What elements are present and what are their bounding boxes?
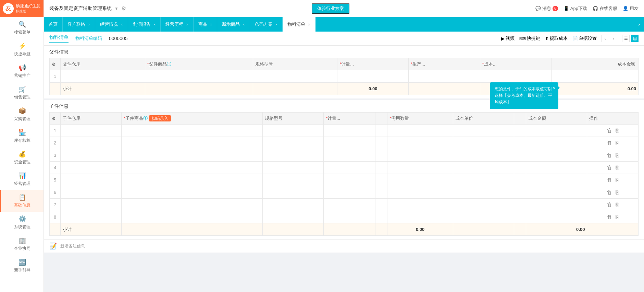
tab-business-status[interactable]: 经营情况 × (95, 17, 128, 32)
child-row-5-spec[interactable] (263, 174, 324, 186)
tab-goods[interactable]: 商品 × (194, 17, 217, 32)
notification-item[interactable]: 💬 消息 6 (535, 5, 558, 12)
child-row-7-unit-cost[interactable] (453, 199, 514, 211)
child-row-2-unit-cost[interactable] (453, 137, 514, 149)
delete-icon-5[interactable]: 🗑 (607, 177, 612, 183)
child-row-6-unit-cost[interactable] (453, 186, 514, 199)
prev-btn[interactable]: ‹ (602, 35, 609, 42)
sidebar-item-business[interactable]: 📊 经营管理 (0, 168, 44, 190)
child-row-4-spec[interactable] (263, 162, 324, 174)
child-row-1-warehouse[interactable] (61, 125, 122, 137)
bottom-icon[interactable]: 📝 (49, 242, 57, 250)
child-row-8-qty[interactable] (387, 211, 453, 223)
copy-icon-5[interactable]: ⎘ (616, 177, 619, 183)
child-row-1-qty[interactable] (387, 125, 453, 137)
parent-row-1-spec[interactable] (253, 70, 337, 83)
online-support-item[interactable]: 🎧 在线客服 (593, 5, 617, 12)
sidebar-item-purchase[interactable]: 📦 采购管理 (0, 104, 44, 125)
child-row-6-spec[interactable] (263, 186, 324, 199)
tab-bom-close[interactable]: × (308, 22, 310, 26)
tab-barcode[interactable]: 条码方案 × (250, 17, 283, 32)
child-row-2-qty[interactable] (387, 137, 453, 149)
video-btn[interactable]: ▶ 视频 (501, 35, 515, 42)
extract-cost-btn[interactable]: ⬆ 提取成本 (545, 35, 568, 42)
child-row-8-goods[interactable] (121, 211, 262, 223)
single-settings-btn[interactable]: 📄 单据设置 (572, 35, 597, 42)
sidebar-item-inventory[interactable]: 🏪 库存核算 (0, 125, 44, 147)
sidebar-item-corp[interactable]: 🏢 企业协同 (0, 233, 44, 255)
tab-profit[interactable]: 利润报告 × (128, 17, 161, 32)
copy-icon-6[interactable]: ⎘ (616, 189, 619, 195)
sidebar-item-system[interactable]: ⚙️ 系统管理 (0, 212, 44, 233)
shortcut-btn[interactable]: ⌨ 快捷键 (519, 35, 540, 42)
delete-icon-8[interactable]: 🗑 (607, 214, 612, 220)
child-row-1-unit[interactable] (324, 125, 375, 137)
child-row-6-warehouse[interactable] (61, 186, 122, 199)
child-row-8-unit-cost[interactable] (453, 211, 514, 223)
gear-icon[interactable]: ⚙ (52, 62, 56, 67)
app-download-item[interactable]: 📱 App下载 (564, 5, 587, 12)
parent-row-1-goods[interactable] (145, 70, 253, 83)
delete-icon-2[interactable]: 🗑 (607, 140, 612, 146)
grid-view-btn[interactable]: ▤ (631, 35, 639, 42)
child-row-7-qty[interactable] (387, 199, 453, 211)
delete-icon-3[interactable]: 🗑 (607, 152, 612, 158)
child-row-7-spec[interactable] (263, 199, 324, 211)
user-item[interactable]: 👤 用友 (623, 5, 639, 12)
list-view-btn[interactable]: ☰ (622, 35, 630, 42)
sidebar-item-guide[interactable]: 🆕 新手引导 (0, 255, 44, 277)
child-row-6-goods[interactable] (121, 186, 262, 199)
copy-icon-3[interactable]: ⎘ (616, 152, 619, 158)
child-row-8-unit[interactable] (324, 211, 375, 223)
child-row-4-unit[interactable] (324, 162, 375, 174)
next-btn[interactable]: › (610, 35, 617, 42)
child-row-3-goods[interactable] (121, 149, 262, 162)
child-row-3-spec[interactable] (263, 149, 324, 162)
copy-icon-1[interactable]: ⎘ (616, 128, 619, 133)
tab-profit-close[interactable]: × (153, 22, 156, 26)
child-row-1-unit-cost[interactable] (453, 125, 514, 137)
tab-add-goods-close[interactable]: × (243, 22, 245, 26)
sidebar-item-finance[interactable]: 💰 资金管理 (0, 147, 44, 168)
child-row-6-unit[interactable] (324, 186, 375, 199)
tab-add-goods[interactable]: 新增商品 × (217, 17, 250, 32)
child-row-1-spec[interactable] (263, 125, 324, 137)
settings-icon[interactable]: ⚙ (121, 5, 126, 12)
child-row-2-spec[interactable] (263, 137, 324, 149)
tab-barcode-close[interactable]: × (275, 22, 277, 26)
parent-row-1-unit[interactable] (337, 70, 409, 83)
tab-history[interactable]: 经营历程 × (161, 17, 193, 32)
child-row-2-goods[interactable] (121, 137, 262, 149)
parent-row-1-produce[interactable] (409, 70, 480, 83)
sidebar-item-basic[interactable]: 📋 基础信息 (0, 190, 44, 212)
child-row-4-unit-cost[interactable] (453, 162, 514, 174)
parent-row-1-warehouse[interactable] (61, 70, 145, 83)
child-row-5-unit[interactable] (324, 174, 375, 186)
child-row-4-goods[interactable] (121, 162, 262, 174)
child-row-3-qty[interactable] (387, 149, 453, 162)
child-row-8-spec[interactable] (263, 211, 324, 223)
parent-row-1-cost[interactable] (480, 70, 551, 83)
sidebar-item-quicknav[interactable]: ⚡ 快捷导航 (0, 39, 44, 60)
scan-btn[interactable]: 扫码录入 (149, 115, 171, 121)
child-row-4-qty[interactable] (387, 162, 453, 174)
delete-icon-6[interactable]: 🗑 (607, 189, 612, 195)
tab-home[interactable]: 首页 (44, 17, 63, 32)
tab-business-status-close[interactable]: × (121, 22, 123, 26)
child-row-3-unit-cost[interactable] (453, 149, 514, 162)
tab-goods-close[interactable]: × (210, 22, 212, 26)
tab-customer-close[interactable]: × (88, 22, 90, 26)
child-row-2-unit[interactable] (324, 137, 375, 149)
child-row-5-qty[interactable] (387, 174, 453, 186)
tab-customer[interactable]: 客户联络 × (63, 17, 95, 32)
page-tab-bom[interactable]: 物料清单 (49, 34, 69, 43)
child-row-1-goods[interactable] (121, 125, 262, 137)
child-row-5-warehouse[interactable] (61, 174, 122, 186)
tooltip-close-btn[interactable]: × (553, 84, 556, 92)
child-row-7-goods[interactable] (121, 199, 262, 211)
child-row-5-goods[interactable] (121, 174, 262, 186)
sidebar-item-search[interactable]: 🔍 搜索菜单 (0, 17, 44, 39)
sidebar-item-marketing[interactable]: 📢 营销推广 (0, 60, 44, 82)
child-gear-icon[interactable]: ⚙ (52, 116, 56, 121)
copy-icon-4[interactable]: ⎘ (616, 165, 619, 171)
